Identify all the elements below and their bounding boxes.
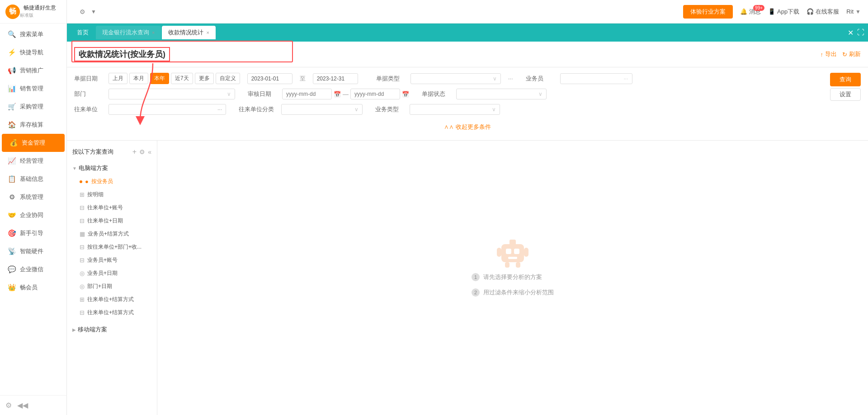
sidebar-item-label: 系统管理 (20, 193, 43, 201)
chevron-down-icon[interactable]: ▼ (91, 9, 96, 15)
tab-close-bank-flow[interactable]: × (152, 30, 155, 35)
add-scheme-icon[interactable]: + (132, 148, 137, 156)
date-label: 单据日期 (74, 75, 101, 83)
review-date-label: 审核日期 (248, 90, 275, 98)
scheme-item-by-staff[interactable]: ● 按业务员 (67, 175, 157, 188)
partner-dept-icon: ⊟ (80, 244, 85, 250)
sidebar-item-enterprise[interactable]: 🤝 企业协同 (0, 206, 66, 224)
date-btn-custom[interactable]: 自定义 (216, 73, 240, 84)
sidebar-item-search-menu[interactable]: 🔍 搜索菜单 (0, 25, 66, 43)
type-select[interactable]: ∨ (410, 73, 501, 84)
fullscreen-icon[interactable]: ⛶ (857, 28, 864, 37)
sidebar-item-member[interactable]: 👑 畅会员 (0, 278, 66, 297)
date-btn-prev-month[interactable]: 上月 (108, 73, 127, 84)
sidebar-item-inventory[interactable]: 🏠 库存核算 (0, 116, 66, 134)
tab-bank-flow[interactable]: 现金银行流水查询 × (96, 26, 161, 39)
sidebar-item-label: 畅会员 (20, 283, 38, 292)
scheme-item-dept-date[interactable]: ◎ 部门+日期 (67, 280, 157, 293)
calendar-icon-end[interactable]: 📅 (402, 91, 409, 98)
scheme-item-partner-account[interactable]: ⊟ 往来单位+账号 (67, 201, 157, 214)
filter-row-dept: 部门 ∨ 审核日期 📅 — 📅 单据状 (74, 89, 825, 99)
date-btn-more[interactable]: 更多 (195, 73, 214, 84)
sidebar-item-system[interactable]: ⚙ 系统管理 (0, 188, 66, 206)
scheme-item-staff-account[interactable]: ⊟ 业务员+账号 (67, 254, 157, 267)
collapse-sidebar-icon[interactable]: ◀◀ (17, 401, 28, 410)
partner-category-select[interactable]: ∨ (281, 104, 363, 115)
date-btn-this-month[interactable]: 本月 (129, 73, 148, 84)
member-icon: 👑 (7, 283, 16, 292)
scheme-item-by-detail[interactable]: ⊞ 按明细 (67, 188, 157, 201)
type-more-dots[interactable]: ··· (508, 75, 513, 82)
date-start-input[interactable] (247, 73, 292, 84)
sidebar-item-operation[interactable]: 📈 经营管理 (0, 152, 66, 170)
sidebar-item-smart-hw[interactable]: 📡 智能硬件 (0, 242, 66, 260)
refresh-btn[interactable]: ↻ 刷新 (842, 50, 861, 58)
collapse-conditions-btn[interactable]: ∧∧ 收起更多条件 (74, 119, 861, 135)
collapse-panel-icon[interactable]: « (148, 148, 151, 156)
sidebar-item-label: 销售管理 (20, 85, 43, 93)
chevron-down-icon: ··· (624, 75, 628, 82)
chevron-down-icon: ∨ (227, 91, 231, 97)
user-avatar[interactable]: Rit ▼ (846, 8, 861, 15)
staff-select[interactable]: ··· (560, 73, 632, 84)
scheme-item-staff-settlement[interactable]: ▦ 业务员+结算方式 (67, 227, 157, 241)
settings-bottom-icon[interactable]: ⚙ (5, 401, 12, 410)
staff-settlement-icon: ▦ (80, 231, 85, 237)
date-btn-this-year[interactable]: 本年 (150, 73, 169, 84)
date-btn-7days[interactable]: 近7天 (171, 73, 193, 84)
online-service-btn[interactable]: 🎧 在线客服 (807, 8, 839, 16)
tab-close-collection-stats[interactable]: × (206, 30, 209, 35)
system-icon: ⚙ (7, 193, 16, 202)
date-end-input[interactable] (313, 73, 358, 84)
tab-collection-stats[interactable]: 收款情况统计 × (162, 26, 215, 39)
sidebar-item-purchase[interactable]: 🛒 采购管理 (0, 98, 66, 116)
left-panel: 按以下方案查询 + ⚙ « ▼ 电脑端方案 ● (67, 141, 157, 415)
doc-status-select[interactable]: ∨ (456, 89, 547, 99)
app-download-btn[interactable]: 📱 App下载 (768, 8, 799, 16)
scheme-item-partner-settlement2[interactable]: ⊟ 往来单位+结算方式 (67, 306, 157, 319)
sidebar-item-guide[interactable]: 🎯 新手引导 (0, 224, 66, 242)
svg-rect-5 (497, 248, 501, 257)
trial-btn[interactable]: 体验行业方案 (683, 5, 733, 19)
scheme-item-partner-date[interactable]: ⊟ 往来单位+日期 (67, 214, 157, 227)
settings-scheme-icon[interactable]: ⚙ (139, 148, 145, 156)
gear-icon[interactable]: ⚙ (80, 8, 85, 15)
sidebar-item-sales[interactable]: 📊 销售管理 (0, 80, 66, 98)
mobile-schemes-title[interactable]: ▶ 移动端方案 (67, 323, 157, 336)
scheme-item-partner-dept-col[interactable]: ⊟ 按往来单位+部门+收... (67, 241, 157, 254)
tip-item-1: 1 请先选择要分析的方案 (472, 271, 554, 283)
sidebar-item-marketing[interactable]: 📢 营销推广 (0, 61, 66, 80)
sales-icon: 📊 (7, 84, 16, 93)
staff-scheme-icon: ● (85, 178, 89, 185)
partner-more-dots[interactable]: ··· (217, 106, 222, 113)
partner-input[interactable]: ··· (108, 104, 226, 115)
scheme-item-partner-settlement1[interactable]: ⊞ 往来单位+结算方式 (67, 293, 157, 306)
review-date-start-input[interactable] (282, 89, 332, 99)
settings-btn[interactable]: 设置 (830, 88, 861, 101)
content-wrapper: 按以下方案查询 + ⚙ « ▼ 电脑端方案 ● (67, 141, 868, 415)
sidebar-item-finance[interactable]: 💰 资金管理 (2, 134, 65, 152)
tab-collection-stats-label: 收款情况统计 (168, 28, 203, 37)
export-btn[interactable]: ↑ 导出 (821, 50, 837, 58)
sidebar-item-label: 智能硬件 (20, 247, 43, 255)
svg-rect-7 (505, 262, 509, 268)
empty-tips: 1 请先选择要分析的方案 2 用过滤条件来缩小分析范围 (472, 271, 554, 298)
desktop-schemes-title[interactable]: ▼ 电脑端方案 (67, 161, 157, 175)
biz-type-select[interactable]: ∨ (410, 104, 500, 115)
close-all-tabs-icon[interactable]: ✕ (848, 28, 854, 37)
tab-bar: 首页 现金银行流水查询 × 收款情况统计 × ✕ ⛶ (67, 24, 868, 42)
sidebar-item-label: 搜索菜单 (20, 30, 43, 38)
sidebar-item-quick-nav[interactable]: ⚡ 快捷导航 (0, 43, 66, 61)
tab-home[interactable]: 首页 (71, 26, 95, 39)
basic-info-icon: 📋 (7, 174, 16, 184)
sidebar-item-basic-info[interactable]: 📋 基础信息 (0, 170, 66, 188)
review-date-end-input[interactable] (350, 89, 400, 99)
query-btn[interactable]: 查询 (830, 73, 861, 86)
notification-btn[interactable]: 🔔 消息 99+ (740, 8, 761, 16)
scheme-item-staff-date[interactable]: ◎ 业务员+日期 (67, 267, 157, 280)
sidebar-item-label: 基础信息 (20, 175, 43, 183)
calendar-icon[interactable]: 📅 (334, 91, 341, 98)
sidebar-item-enterprise-wx[interactable]: 💬 企业微信 (0, 260, 66, 278)
staff-date-icon: ◎ (80, 270, 85, 277)
dept-input[interactable]: ∨ (108, 89, 235, 99)
